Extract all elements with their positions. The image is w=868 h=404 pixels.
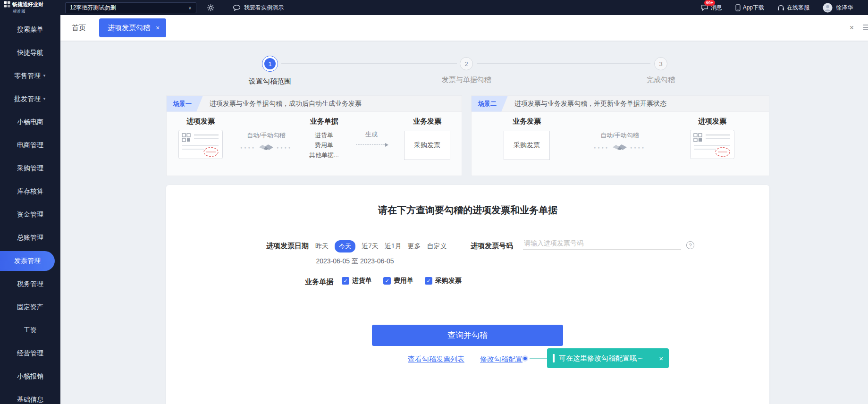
business-docs-options: ✓ 进货单 ✓ 费用单 ✓ 采购发票 [342, 277, 462, 285]
demo-link[interactable]: 我要看实例演示 [233, 4, 284, 12]
purchase-invoice-box: 采购发票 [504, 131, 550, 160]
app-title: 畅捷通好业财 [12, 1, 43, 8]
date-range-options: 昨天 今天 近7天 近1月 更多 自定义 [315, 240, 447, 252]
company-select[interactable]: 12李艳芬测试勿删 ∨ [65, 2, 196, 13]
sidebar-item-label: 采购管理 [17, 164, 43, 173]
sidebar-item-payroll[interactable]: 工资 [0, 319, 60, 342]
column-title: 业务发票 [404, 117, 450, 126]
caret-down-icon: ▼ [42, 97, 46, 101]
invoice-icon [178, 129, 223, 160]
tab-bar: 首页 进项发票勾稽 × × [60, 15, 868, 41]
close-icon[interactable]: × [850, 24, 854, 32]
sidebar-item-wholesale[interactable]: 批发管理▼ [0, 87, 60, 110]
sidebar-item-label: 批发管理 [14, 95, 41, 103]
date-option-today-selected[interactable]: 今天 [335, 240, 355, 252]
sidebar-item-inventory[interactable]: 库存核算 [0, 180, 60, 203]
edit-match-config-link[interactable]: 修改勾稽配置 [480, 355, 522, 364]
invoice-number-label: 进项发票号码 [471, 242, 513, 251]
checkbox-purchase-order[interactable]: ✓ 进货单 [342, 277, 372, 285]
step-number: 1 [264, 58, 276, 69]
tab-label: 进项发票勾稽 [108, 24, 150, 33]
sidebar-item-purchasing[interactable]: 采购管理 [0, 157, 60, 180]
sidebar-item-label: 搜索菜单 [17, 25, 43, 34]
app-download-label: App下载 [743, 4, 764, 12]
view-matched-invoice-list-link[interactable]: 查看勾稽发票列表 [408, 355, 464, 364]
user-avatar-icon [823, 3, 833, 13]
sidebar-item-invoice-management[interactable]: 发票管理 [0, 251, 55, 271]
tooltip-connector-line [530, 358, 547, 359]
sidebar-item-general-ledger[interactable]: 总账管理 [0, 226, 60, 249]
step-number: 2 [460, 57, 473, 70]
close-icon[interactable]: × [156, 24, 160, 32]
business-docs-label: 业务单据 [305, 278, 333, 286]
step-2-match: 2 发票与单据勾稽 [419, 56, 514, 84]
caret-down-icon: ▼ [42, 74, 46, 78]
tooltip-close-icon[interactable]: × [659, 354, 663, 362]
dots-trail: ●●●● [240, 146, 256, 149]
date-option-yesterday[interactable]: 昨天 [315, 242, 329, 251]
invoice-number-input[interactable] [523, 237, 681, 250]
sidebar-item-fixed-assets[interactable]: 固定资产 [0, 295, 60, 319]
app-edition: 标准版 [13, 8, 58, 15]
checkbox-purchase-invoice[interactable]: ✓ 采购发票 [425, 277, 462, 285]
online-service-button[interactable]: 在线客服 [777, 4, 809, 12]
tooltip-text: 可在这里修改勾稽配置哦～ [559, 354, 644, 363]
speech-bubble-icon [233, 5, 241, 11]
query-panel: 请在下方查询要勾稽的进项发票和业务单据 进项发票日期 昨天 今天 近7天 近1月… [166, 185, 769, 404]
scenario-2-desc: 进项发票与业务发票勾稽，并更新业务单据开票状态 [514, 100, 666, 108]
handshake-icon [612, 143, 628, 151]
chevron-down-icon: ∨ [188, 5, 192, 10]
tab-input-invoice-matching[interactable]: 进项发票勾稽 × [99, 18, 166, 37]
sidebar-item-label: 基础信息 [17, 396, 43, 404]
date-option-last-7-days[interactable]: 近7天 [362, 242, 379, 251]
checkbox-checked-icon: ✓ [425, 277, 432, 285]
checkbox-label: 费用单 [394, 277, 413, 285]
date-option-last-month[interactable]: 近1月 [385, 242, 402, 251]
column-title: 进项发票 [690, 117, 735, 126]
checkbox-expense-order[interactable]: ✓ 费用单 [383, 277, 413, 285]
invoice-date-label: 进项发票日期 [252, 242, 309, 251]
step-3-finish: 3 完成勾稽 [614, 56, 708, 84]
settings-button[interactable] [207, 4, 215, 12]
step-circle-active: 1 [262, 56, 278, 72]
sidebar-item-retail[interactable]: 零售管理▼ [0, 64, 60, 87]
date-option-more[interactable]: 更多 [408, 242, 421, 251]
company-select-value: 12李艳芬测试勿删 [70, 4, 116, 12]
user-menu[interactable]: 徐泽华 [823, 3, 853, 13]
sidebar-item-label: 发票管理 [14, 257, 41, 265]
scenario-card-1: 场景一 进项发票与业务单据勾稽，成功后自动生成业务发票 进项发票 [166, 95, 462, 176]
sidebar-item-label: 资金管理 [17, 210, 43, 219]
checkbox-label: 进货单 [352, 277, 372, 285]
app-logo: 畅捷通好业财 标准版 [0, 0, 60, 16]
sidebar-item-quick-nav[interactable]: 快捷导航 [0, 41, 60, 64]
sidebar-item-label: 小畅电商 [17, 118, 43, 126]
doc-type: 进货单 [309, 130, 339, 140]
date-option-custom[interactable]: 自定义 [427, 242, 447, 251]
sidebar-item-tax[interactable]: 税务管理 [0, 272, 60, 295]
scenario-2-header: 场景二 进项发票与业务发票勾稽，并更新业务单据开票状态 [472, 96, 769, 112]
query-and-match-button[interactable]: 查询并勾稽 [372, 325, 563, 346]
tab-list-icon[interactable] [863, 24, 868, 33]
app-window: 畅捷通好业财 标准版 12李艳芬测试勿删 ∨ 我要看实例演示 [0, 0, 868, 404]
handshake-icon [258, 143, 274, 151]
tab-home[interactable]: 首页 [72, 24, 86, 33]
sidebar-item-basic-info[interactable]: 基础信息 [0, 388, 60, 404]
sidebar-item-xiaochang-estore[interactable]: 小畅电商 [0, 110, 60, 134]
checkbox-checked-icon: ✓ [342, 277, 349, 285]
messages-button[interactable]: 99+ 消息 [701, 4, 722, 12]
step-label: 发票与单据勾稽 [419, 76, 514, 84]
app-download-button[interactable]: App下载 [735, 4, 764, 12]
column-title: 业务单据 [309, 117, 339, 126]
sidebar-item-operations[interactable]: 经营管理 [0, 342, 60, 365]
sidebar-item-search-menu[interactable]: 搜索菜单 [0, 18, 60, 41]
step-number: 3 [654, 57, 667, 70]
business-docs-column: 业务单据 进货单 费用单 其他单据... [309, 117, 339, 161]
date-range-text: 2023-06-05 至 2023-06-05 [298, 257, 412, 266]
dots-trail: ●●●● [630, 146, 646, 149]
sidebar-item-funds[interactable]: 资金管理 [0, 203, 60, 226]
match-connector: 自动/手动勾稽 ●●●● ●●●● [594, 117, 646, 161]
sidebar-item-xiaochang-expense[interactable]: 小畅报销 [0, 365, 60, 388]
sidebar-item-ecommerce[interactable]: 电商管理 [0, 134, 60, 157]
help-icon[interactable]: ? [686, 241, 694, 249]
config-dot-indicator [523, 357, 527, 360]
